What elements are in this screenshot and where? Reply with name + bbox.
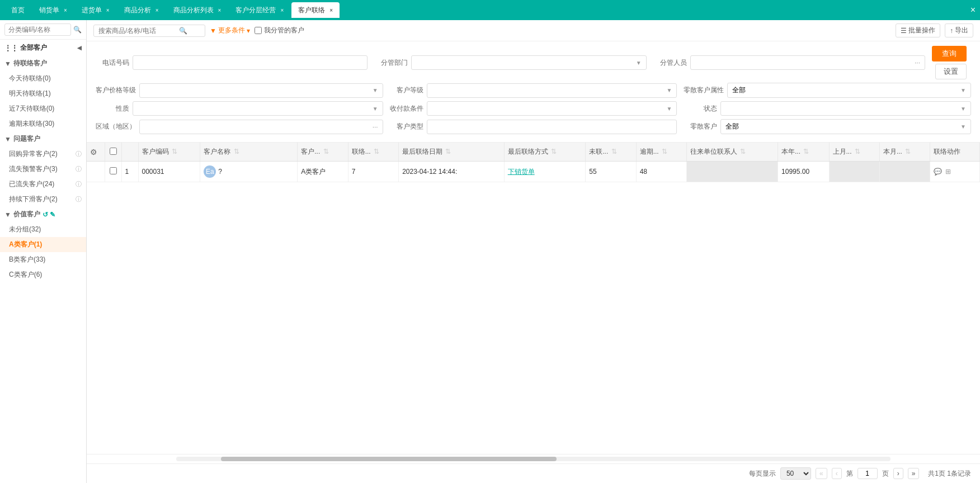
sort-type-icon[interactable]: ⇅ xyxy=(323,148,329,155)
sort-method-icon[interactable]: ⇅ xyxy=(551,148,557,155)
close-sales-icon[interactable]: × xyxy=(64,7,67,13)
scroll-thumb[interactable] xyxy=(221,457,557,461)
sidebar-item-tomorrow[interactable]: 明天待联络(1) xyxy=(0,86,86,101)
zero-retail-attr-input[interactable]: 全部 ▼ xyxy=(727,83,971,98)
sort-company-icon[interactable]: ⇅ xyxy=(740,148,746,155)
customer-level-field: 客户等级 ▼ xyxy=(390,83,677,98)
pending-contact-section[interactable]: ▼ 待联络客户 xyxy=(0,56,86,71)
customer-level-input[interactable]: ▼ xyxy=(427,83,677,98)
advanced-filter: 电话号码 分管部门 ▼ 分管人员 ··· 查询 设置 xyxy=(87,41,980,143)
status-input[interactable]: ▼ xyxy=(720,101,971,116)
phone-input[interactable] xyxy=(133,55,368,70)
sidebar-item-churn-warning[interactable]: 流失预警客户(3) ⓘ xyxy=(0,162,86,177)
zero-retail-attr-field: 零散客户属性 全部 ▼ xyxy=(684,83,971,98)
my-customers-filter[interactable]: 我分管的客户 xyxy=(255,26,304,35)
zero-retail-input[interactable]: 全部 ▼ xyxy=(720,119,971,134)
select-all-checkbox[interactable] xyxy=(110,148,117,155)
sidebar-search-icon[interactable]: 🔍 xyxy=(73,26,82,34)
close-purchase-icon[interactable]: × xyxy=(106,7,110,13)
tab-purchase[interactable]: 进货单 × xyxy=(75,2,116,18)
zero-retail-field: 零散客户 全部 ▼ xyxy=(684,119,971,134)
batch-ops-button[interactable]: ☰ 批量操作 xyxy=(896,23,940,37)
tab-customer-layer[interactable]: 客户分层经营 × xyxy=(229,2,290,18)
sidebar-item-class-a[interactable]: A类客户(1) xyxy=(0,237,86,252)
sort-name-icon[interactable]: ⇅ xyxy=(234,148,239,155)
td-customer-code: 000031 xyxy=(138,162,200,182)
problem-customers-section[interactable]: ▼ 问题客户 xyxy=(0,131,86,146)
filter-search-input[interactable] xyxy=(98,27,177,35)
td-checkbox xyxy=(105,162,121,182)
tab-home[interactable]: 首页 xyxy=(4,2,31,18)
filter-more-conditions[interactable]: ▼ 更多条件 ▾ xyxy=(210,26,250,35)
sort-lastmonth-icon[interactable]: ⇅ xyxy=(855,148,860,155)
nature-chevron: ▼ xyxy=(373,106,378,112)
sort-date-icon[interactable]: ⇅ xyxy=(445,148,451,155)
close-product-analysis-icon[interactable]: × xyxy=(156,7,159,13)
sort-count-icon[interactable]: ⇅ xyxy=(374,148,379,155)
phone-field: 电话号码 xyxy=(96,55,368,70)
gear-button[interactable]: ⚙ xyxy=(90,148,97,157)
customer-type-label: 客户类型 xyxy=(390,122,423,131)
prev-button[interactable]: ‹ xyxy=(832,468,842,479)
price-level-input[interactable]: ▼ xyxy=(139,83,383,98)
chat-icon[interactable]: 💬 xyxy=(934,168,942,176)
prev-prev-button[interactable]: « xyxy=(816,468,827,479)
sort-year-icon[interactable]: ⇅ xyxy=(803,148,809,155)
page-input[interactable] xyxy=(858,468,878,479)
payment-input[interactable]: ▼ xyxy=(427,101,677,116)
sidebar-item-today[interactable]: 今天待联络(0) xyxy=(0,71,86,86)
settings-button[interactable]: 设置 xyxy=(935,64,967,79)
tab-sales[interactable]: 销货单 × xyxy=(32,2,74,18)
export-button[interactable]: ↑ 导出 xyxy=(945,23,973,37)
phone-label: 电话号码 xyxy=(96,58,129,68)
row-checkbox[interactable] xyxy=(110,167,117,174)
dept-input[interactable]: ▼ xyxy=(411,55,646,70)
all-customers-header[interactable]: ⋮⋮ 全部客户 ◀ xyxy=(0,40,86,56)
content-area: 🔍 ▼ 更多条件 ▾ 我分管的客户 ☰ 批量操作 ↑ 导出 xyxy=(87,20,980,483)
person-input[interactable]: ··· xyxy=(690,55,925,70)
qr-icon[interactable]: ⊞ xyxy=(945,168,951,176)
th-no-contact-days: 未联... ⇅ xyxy=(586,143,636,162)
sidebar-item-class-b[interactable]: B类客户(33) xyxy=(0,252,86,267)
query-button[interactable]: 查询 xyxy=(932,46,967,61)
close-customer-layer-icon[interactable]: × xyxy=(280,7,284,13)
tab-product-analysis-list[interactable]: 商品分析列表 × xyxy=(167,2,228,18)
per-page-select[interactable]: 50 100 200 xyxy=(780,467,811,480)
close-product-list-icon[interactable]: × xyxy=(218,7,222,13)
filter-bar: 🔍 ▼ 更多条件 ▾ 我分管的客户 ☰ 批量操作 ↑ 导出 xyxy=(87,20,980,41)
filter-search-box[interactable]: 🔍 xyxy=(93,25,205,37)
sidebar-item-repurchase[interactable]: 回购异常客户(2) ⓘ xyxy=(0,146,86,162)
table-area: ⚙ 客户编码 ⇅ 客户名称 ⇅ xyxy=(87,143,980,454)
sidebar-item-unclassified[interactable]: 未分组(32) xyxy=(0,222,86,237)
sidebar-search-input[interactable] xyxy=(4,23,71,36)
nature-input[interactable]: ▼ xyxy=(133,101,383,116)
sidebar-item-7days[interactable]: 近7天待联络(0) xyxy=(0,101,86,116)
sidebar-item-declining[interactable]: 持续下滑客户(2) ⓘ xyxy=(0,192,86,207)
value-customers-section[interactable]: ▼ 价值客户 ↺ ✎ xyxy=(0,207,86,222)
sort-nocontact-icon[interactable]: ⇅ xyxy=(611,148,617,155)
sidebar-item-class-c[interactable]: C类客户(6) xyxy=(0,267,86,282)
edit-icon[interactable]: ✎ xyxy=(50,211,55,219)
th-checkbox xyxy=(105,143,121,162)
my-customers-checkbox[interactable] xyxy=(255,27,262,34)
region-input[interactable]: ··· xyxy=(139,120,383,134)
contact-method-link[interactable]: 下销货单 xyxy=(508,168,535,176)
payment-label: 收付款条件 xyxy=(390,104,423,113)
refresh-icon[interactable]: ↺ xyxy=(43,211,48,219)
nature-label: 性质 xyxy=(96,104,129,113)
tab-customer-contact[interactable]: 客户联络 × xyxy=(291,2,340,18)
dept-label: 分管部门 xyxy=(374,58,408,68)
collapse-icon: ◀ xyxy=(77,45,82,51)
query-btn-group: 查询 设置 xyxy=(932,46,971,79)
sort-overdue-icon[interactable]: ⇅ xyxy=(662,148,667,155)
sort-thismonth-icon[interactable]: ⇅ xyxy=(905,148,911,155)
next-button[interactable]: › xyxy=(893,468,903,479)
close-customer-contact-icon[interactable]: × xyxy=(329,7,333,13)
sidebar-item-overdue[interactable]: 逾期未联络(30) xyxy=(0,116,86,131)
next-next-button[interactable]: » xyxy=(908,468,920,479)
sidebar-item-churned[interactable]: 已流失客户(24) ⓘ xyxy=(0,177,86,192)
sort-code-icon[interactable]: ⇅ xyxy=(172,148,177,155)
tab-product-analysis[interactable]: 商品分析 × xyxy=(117,2,166,18)
close-all-button[interactable]: × xyxy=(970,5,976,15)
customer-type-input[interactable] xyxy=(427,120,677,134)
